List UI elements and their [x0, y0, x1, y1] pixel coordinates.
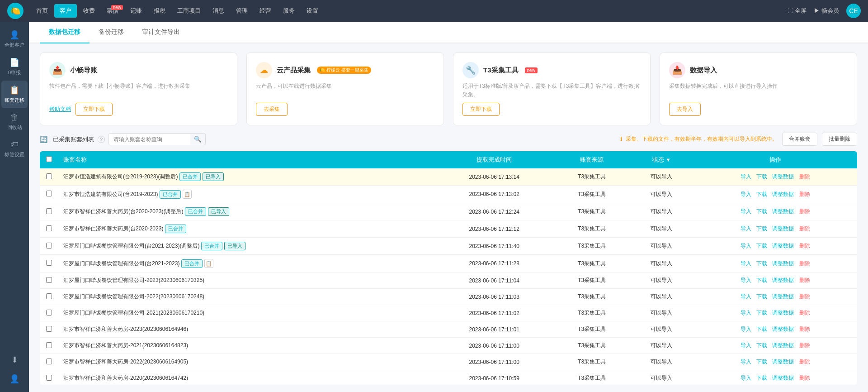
nav-item-票据[interactable]: 票据new: [101, 4, 124, 18]
nav-item-工商项目[interactable]: 工商项目: [172, 4, 206, 18]
nav-item-客户[interactable]: 客户: [54, 4, 77, 18]
action-adjust-9[interactable]: 调整数据: [772, 310, 794, 316]
action-adjust-4[interactable]: 调整数据: [772, 225, 794, 232]
tab-1[interactable]: 备份迁移: [90, 22, 133, 43]
card-btn-t3[interactable]: 立即下载: [462, 103, 500, 116]
action-import-12[interactable]: 导入: [741, 359, 751, 365]
action-adjust-2[interactable]: 调整数据: [772, 191, 794, 197]
action-adjust-5[interactable]: 调整数据: [772, 243, 794, 249]
action-download-9[interactable]: 下载: [756, 310, 767, 316]
card-btn-import[interactable]: 去导入: [669, 103, 701, 116]
nav-item-收费[interactable]: 收费: [78, 4, 100, 18]
nav-item-消息[interactable]: 消息: [207, 4, 230, 18]
merge-button[interactable]: 合并账套: [782, 133, 817, 146]
action-delete-9[interactable]: 删除: [799, 310, 810, 316]
action-download-1[interactable]: 下载: [756, 173, 767, 180]
row-checkbox-9[interactable]: [40, 305, 58, 321]
row-icon-6[interactable]: 📋: [204, 259, 213, 268]
action-import-3[interactable]: 导入: [741, 208, 751, 215]
action-delete-12[interactable]: 删除: [799, 359, 810, 365]
row-checkbox-7[interactable]: [40, 272, 58, 289]
action-import-9[interactable]: 导入: [741, 310, 751, 316]
row-checkbox-12[interactable]: [40, 354, 58, 370]
action-delete-6[interactable]: 删除: [799, 260, 810, 267]
app-logo[interactable]: 🍋: [7, 3, 24, 19]
action-download-13[interactable]: 下载: [756, 375, 767, 381]
sidebar-item-2[interactable]: 📋账套迁移: [1, 81, 28, 108]
action-adjust-12[interactable]: 调整数据: [772, 359, 794, 365]
row-checkbox-5[interactable]: [40, 238, 58, 255]
row-checkbox-10[interactable]: [40, 321, 58, 338]
card-btn-cloud[interactable]: 去采集: [256, 103, 288, 116]
action-delete-7[interactable]: 删除: [799, 277, 810, 283]
status-filter-icon[interactable]: ▼: [666, 157, 671, 163]
action-delete-1[interactable]: 删除: [799, 173, 810, 180]
row-checkbox-13[interactable]: [40, 370, 58, 385]
nav-item-记账[interactable]: 记账: [125, 4, 147, 18]
row-checkbox-3[interactable]: [40, 203, 58, 220]
avatar[interactable]: CE: [846, 4, 861, 18]
sidebar-item-1[interactable]: 📄0申报: [1, 53, 28, 81]
vip-button[interactable]: ▶ 畅会员: [814, 7, 839, 15]
action-adjust-6[interactable]: 调整数据: [772, 260, 794, 267]
action-delete-5[interactable]: 删除: [799, 243, 810, 249]
action-adjust-1[interactable]: 调整数据: [772, 173, 794, 180]
nav-item-经营[interactable]: 经营: [254, 4, 277, 18]
action-download-10[interactable]: 下载: [756, 326, 767, 332]
action-import-10[interactable]: 导入: [741, 326, 751, 332]
action-delete-13[interactable]: 删除: [799, 375, 810, 381]
nav-item-设置[interactable]: 设置: [301, 4, 324, 18]
action-adjust-8[interactable]: 调整数据: [772, 293, 794, 300]
refresh-icon[interactable]: 🔄: [40, 136, 47, 143]
action-import-13[interactable]: 导入: [741, 375, 751, 381]
row-checkbox-2[interactable]: [40, 186, 58, 203]
action-import-1[interactable]: 导入: [741, 173, 751, 180]
action-download-12[interactable]: 下载: [756, 359, 767, 365]
search-input[interactable]: [109, 134, 190, 145]
action-adjust-7[interactable]: 调整数据: [772, 277, 794, 283]
action-delete-2[interactable]: 删除: [799, 191, 810, 197]
action-delete-3[interactable]: 删除: [799, 208, 810, 215]
row-checkbox-11[interactable]: [40, 338, 58, 354]
nav-item-服务[interactable]: 服务: [278, 4, 300, 18]
action-download-6[interactable]: 下载: [756, 260, 767, 267]
card-btn-xiao-chang[interactable]: 立即下载: [75, 103, 113, 116]
sidebar-item-user[interactable]: 👤: [1, 369, 28, 388]
action-delete-8[interactable]: 删除: [799, 293, 810, 300]
tab-2[interactable]: 审计文件导出: [133, 22, 189, 43]
action-import-2[interactable]: 导入: [741, 191, 751, 197]
action-adjust-13[interactable]: 调整数据: [772, 375, 794, 381]
help-icon[interactable]: ?: [98, 136, 105, 143]
tab-0[interactable]: 数据包迁移: [40, 22, 90, 43]
sidebar-item-0[interactable]: 👤全部客户: [1, 25, 28, 53]
action-download-8[interactable]: 下载: [756, 293, 767, 300]
nav-item-首页[interactable]: 首页: [31, 4, 53, 18]
fullscreen-button[interactable]: ⛶ 全屏: [788, 7, 807, 15]
action-delete-10[interactable]: 删除: [799, 326, 810, 332]
card-link-xiao-chang[interactable]: 帮助文档: [49, 105, 71, 113]
row-checkbox-4[interactable]: [40, 220, 58, 238]
sidebar-item-3[interactable]: 🗑回收站: [1, 108, 28, 135]
search-button[interactable]: 🔍: [190, 134, 205, 145]
nav-item-管理[interactable]: 管理: [231, 4, 253, 18]
action-delete-4[interactable]: 删除: [799, 225, 810, 232]
action-import-6[interactable]: 导入: [741, 260, 751, 267]
action-import-7[interactable]: 导入: [741, 277, 751, 283]
row-checkbox-1[interactable]: [40, 168, 58, 186]
nav-item-报税[interactable]: 报税: [148, 4, 171, 18]
action-adjust-11[interactable]: 调整数据: [772, 342, 794, 349]
action-delete-11[interactable]: 删除: [799, 342, 810, 349]
action-adjust-10[interactable]: 调整数据: [772, 326, 794, 332]
action-download-2[interactable]: 下载: [756, 191, 767, 197]
action-download-7[interactable]: 下载: [756, 277, 767, 283]
action-import-11[interactable]: 导入: [741, 342, 751, 349]
select-all-checkbox[interactable]: [46, 156, 52, 162]
action-import-4[interactable]: 导入: [741, 225, 751, 232]
action-import-8[interactable]: 导入: [741, 293, 751, 300]
batch-delete-button[interactable]: 批量删除: [822, 133, 857, 146]
row-checkbox-8[interactable]: [40, 289, 58, 305]
action-adjust-3[interactable]: 调整数据: [772, 208, 794, 215]
row-icon-2[interactable]: 📋: [183, 190, 192, 199]
action-download-11[interactable]: 下载: [756, 342, 767, 349]
action-import-5[interactable]: 导入: [741, 243, 751, 249]
